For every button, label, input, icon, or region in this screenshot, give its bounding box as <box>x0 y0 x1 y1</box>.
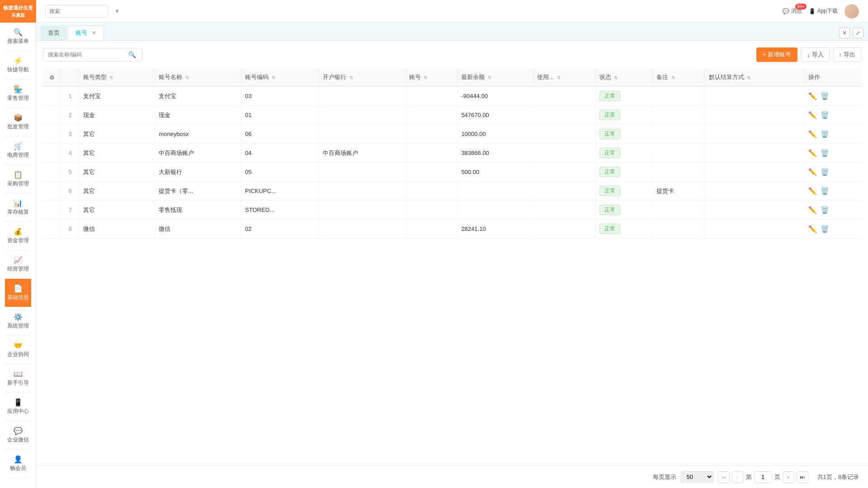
sidebar-item-search-menu[interactable]: 🔍搜索菜单 <box>5 23 31 51</box>
sidebar-label: 资金管理 <box>7 237 29 244</box>
accounts-table-container: ⚙ 账号类型 ⇅ 账号名称 ⇅ 账号编码 ⇅ 开户银行 ⇅ 账号 ⇅ 最新余额 … <box>43 69 861 239</box>
tab-close-account[interactable]: ✕ <box>92 30 96 36</box>
app-download-button[interactable]: 📱 App下载 <box>809 7 838 15</box>
sidebar-item-ecommerce[interactable]: 🛒电商管理 <box>5 136 31 165</box>
delete-icon[interactable]: 🗑️ <box>821 92 829 100</box>
sidebar-item-system[interactable]: ⚙️系统管理 <box>5 307 31 336</box>
action-icons: ✏️ 🗑️ <box>808 149 858 157</box>
topbar-left: ▾ <box>45 5 119 18</box>
export-label: 导出 <box>844 51 855 59</box>
edit-icon[interactable]: ✏️ <box>808 225 817 233</box>
add-account-button[interactable]: + 新增账号 <box>756 47 797 62</box>
col-name[interactable]: 账号名称 ⇅ <box>155 69 241 86</box>
page-navigation: ⏮ ‹ 第 页 › ⏭ <box>718 471 808 483</box>
prev-page-btn[interactable]: ‹ <box>732 471 744 483</box>
sidebar-item-inventory[interactable]: 📊库存核算 <box>5 193 31 222</box>
finance-icon: 💰 <box>7 227 29 236</box>
row-status-cell: 正常 <box>595 125 652 144</box>
page-label: 第 <box>746 473 752 481</box>
sidebar-item-wholesale[interactable]: 📦批发管理 <box>5 108 31 136</box>
action-icons: ✏️ 🗑️ <box>808 130 858 138</box>
edit-icon[interactable]: ✏️ <box>808 111 817 119</box>
export-button[interactable]: ↑ 导出 <box>833 47 862 62</box>
last-page-btn[interactable]: ⏭ <box>797 471 808 483</box>
sidebar-item-new-guide[interactable]: 📖新手引导 <box>5 364 31 393</box>
current-page-input[interactable] <box>754 471 772 483</box>
tab-maximize-btn[interactable]: ⤢ <box>853 28 863 38</box>
system-icon: ⚙️ <box>7 313 29 321</box>
edit-icon[interactable]: ✏️ <box>808 92 817 100</box>
main-area: ▾ 💬 消息 99+ 📱 App下载 首页账号✕ ✕ ⤢ <box>36 0 868 488</box>
sidebar-item-enterprise-agreement[interactable]: 🤝企业协同 <box>5 336 31 364</box>
delete-icon[interactable]: 🗑️ <box>821 130 829 138</box>
tab-home[interactable]: 首页 <box>41 26 67 40</box>
col-bank[interactable]: 开户银行 ⇅ <box>319 69 405 86</box>
col-default-payment[interactable]: 默认结算方式 ⇅ <box>705 69 804 86</box>
col-settings[interactable]: ⚙ <box>43 69 61 86</box>
col-account[interactable]: 账号 ⇅ <box>405 69 458 86</box>
app-logo: 畅捷通好生意 乐惠版 <box>0 0 36 23</box>
row-actions-cell: ✏️ 🗑️ <box>804 144 861 163</box>
col-note[interactable]: 备注 ⇅ <box>653 69 705 86</box>
sidebar-item-finance[interactable]: 💰资金管理 <box>5 222 31 250</box>
table-row: 6 其它 提货卡（零... PICKUPC... 正常 提货卡 ✏️ 🗑️ <box>43 182 861 201</box>
quick-nav-icon: ⚡ <box>7 56 29 65</box>
search-input[interactable] <box>43 49 125 61</box>
delete-icon[interactable]: 🗑️ <box>821 168 829 176</box>
sidebar-item-app-center[interactable]: 📱应用中心 <box>5 393 31 421</box>
tab-close-btn[interactable]: ✕ <box>839 28 850 38</box>
delete-icon[interactable]: 🗑️ <box>821 149 829 157</box>
row-num-cell: 3 <box>61 125 79 144</box>
row-bank-cell <box>319 163 405 182</box>
row-default-payment-cell <box>705 125 804 144</box>
edit-icon[interactable]: ✏️ <box>808 149 817 157</box>
message-icon: 💬 <box>783 8 789 14</box>
sidebar-item-retail[interactable]: 🏪零售管理 <box>5 80 31 108</box>
user-avatar[interactable] <box>844 4 859 19</box>
topbar-search-input[interactable] <box>45 5 108 18</box>
edit-icon[interactable]: ✏️ <box>808 187 817 195</box>
delete-icon[interactable]: 🗑️ <box>821 225 829 233</box>
search-button[interactable]: 🔍 <box>125 48 140 61</box>
wholesale-icon: 📦 <box>7 113 29 122</box>
edit-icon[interactable]: ✏️ <box>808 168 817 176</box>
row-bank-cell <box>319 125 405 144</box>
logo-line1: 畅捷通好生意 <box>3 5 33 11</box>
action-icons: ✏️ 🗑️ <box>808 92 858 100</box>
sidebar-item-enterprise-wechat[interactable]: 💬企业微信 <box>5 421 31 450</box>
basic-info-icon: 📄 <box>7 284 29 293</box>
sidebar-item-purchase[interactable]: 📋采购管理 <box>5 165 31 193</box>
row-name-cell: 中百商场账户 <box>155 144 241 163</box>
delete-icon[interactable]: 🗑️ <box>821 187 829 195</box>
next-page-btn[interactable]: › <box>783 471 794 483</box>
row-account-cell <box>405 125 458 144</box>
sidebar-item-member[interactable]: 👤畅会员 <box>5 450 31 478</box>
row-code-cell: 05 <box>241 163 319 182</box>
col-balance[interactable]: 最新余额 ⇅ <box>458 69 533 86</box>
delete-icon[interactable]: 🗑️ <box>821 111 829 119</box>
import-button[interactable]: ↓ 导入 <box>801 47 830 62</box>
edit-icon[interactable]: ✏️ <box>808 130 817 138</box>
sidebar-item-basic-info[interactable]: 📄基础信息 <box>5 279 31 307</box>
col-usage[interactable]: 使用... ⇅ <box>533 69 595 86</box>
col-status[interactable]: 状态 ⇅ <box>595 69 652 86</box>
tab-account[interactable]: 账号✕ <box>68 26 104 40</box>
row-balance-cell: 547670.00 <box>458 106 533 125</box>
edit-icon[interactable]: ✏️ <box>808 206 817 214</box>
first-page-btn[interactable]: ⏮ <box>718 471 730 483</box>
sidebar-item-operations[interactable]: 📈经营管理 <box>5 250 31 279</box>
page-size-label: 每页显示 <box>653 473 676 481</box>
purchase-icon: 📋 <box>7 170 29 179</box>
row-name-cell: 大新银行 <box>155 163 241 182</box>
total-info: 共1页，8条记录 <box>817 473 859 481</box>
sidebar-label: 新手引导 <box>7 380 29 386</box>
sidebar-item-quick-nav[interactable]: ⚡快捷导航 <box>5 51 31 80</box>
status-badge: 正常 <box>599 186 620 196</box>
col-code[interactable]: 账号编码 ⇅ <box>241 69 319 86</box>
message-button[interactable]: 💬 消息 99+ <box>783 7 802 15</box>
delete-icon[interactable]: 🗑️ <box>821 206 829 214</box>
page-size-select[interactable]: 102050100 <box>681 471 713 483</box>
col-type[interactable]: 账号类型 ⇅ <box>79 69 155 86</box>
row-actions-cell: ✏️ 🗑️ <box>804 220 861 239</box>
topbar-dropdown-icon[interactable]: ▾ <box>115 7 119 15</box>
